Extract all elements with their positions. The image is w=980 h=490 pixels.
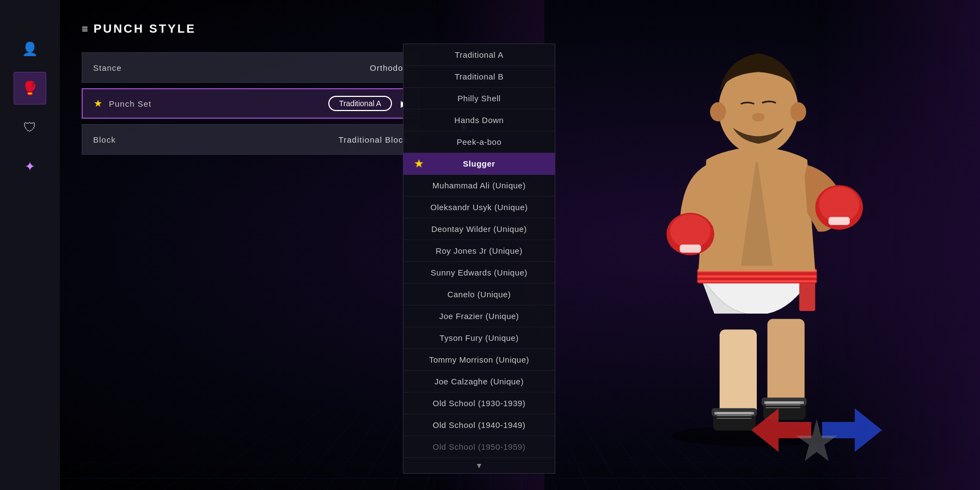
page-title: PUNCH STYLE	[94, 22, 196, 36]
dropdown-item-label: Joe Calzaghe (Unique)	[434, 377, 524, 386]
block-icon: 🛡	[23, 120, 36, 135]
sidebar: 👤 🥊 🛡 ✦	[0, 0, 60, 490]
main-content: ≡ PUNCH STYLE Stance Orthodox ★ Punch Se…	[60, 0, 441, 490]
svg-rect-10	[680, 244, 701, 253]
svg-rect-6	[697, 275, 817, 278]
dropdown-item-traditional-a[interactable]: Traditional A	[403, 44, 555, 66]
svg-rect-13	[829, 217, 850, 225]
title-icon: ≡	[82, 23, 88, 35]
dropdown-scroll-indicator[interactable]: ▼	[403, 458, 555, 473]
page-title-row: ≡ PUNCH STYLE	[82, 22, 419, 36]
dropdown-item-label: Philly Shell	[457, 94, 500, 103]
dropdown-item-label: Traditional B	[455, 72, 504, 81]
floor-decoration	[735, 397, 898, 463]
dropdown-item-label: Hands Down	[455, 115, 504, 125]
punch-set-label: Punch Set	[109, 99, 328, 108]
punch-style-icon: 🥊	[22, 81, 38, 96]
dropdown-item-old-school-1940[interactable]: Old School (1940-1949)	[403, 414, 555, 436]
block-value: Traditional Block	[339, 135, 408, 144]
punch-set-row[interactable]: ★ Punch Set Traditional A ▶	[82, 88, 419, 119]
dropdown-item-philly-shell[interactable]: Philly Shell	[403, 88, 555, 109]
dropdown-item-label: Oleksandr Usyk (Unique)	[430, 203, 528, 212]
dropdown-item-label: Muhammad Ali (Unique)	[432, 181, 525, 190]
dropdown-item-label: Old School (1940-1949)	[433, 420, 525, 430]
svg-point-17	[710, 102, 726, 121]
stance-label: Stance	[93, 63, 370, 72]
star-icon: ★	[414, 158, 424, 170]
sidebar-item-fighter[interactable]: 👤	[14, 33, 46, 65]
dropdown-item-tommy-morrison[interactable]: Tommy Morrison (Unique)	[403, 349, 555, 371]
stance-value: Orthodox	[370, 63, 408, 72]
punch-set-value-pill: Traditional A	[328, 96, 392, 111]
dropdown-item-deontay-wilder[interactable]: Deontay Wilder (Unique)	[403, 218, 555, 240]
dropdown-item-old-school-1950[interactable]: Old School (1950-1959)	[403, 436, 555, 458]
dropdown-item-label: Traditional A	[455, 50, 503, 59]
dropdown-item-oleksandr-usyk[interactable]: Oleksandr Usyk (Unique)	[403, 197, 555, 218]
dropdown-item-muhammad-ali[interactable]: Muhammad Ali (Unique)	[403, 175, 555, 197]
dropdown-item-joe-frazier[interactable]: Joe Frazier (Unique)	[403, 305, 555, 327]
dropdown-item-label: Tyson Fury (Unique)	[439, 333, 518, 342]
dropdown-item-joe-calzaghe[interactable]: Joe Calzaghe (Unique)	[403, 371, 555, 393]
dropdown-item-label: Canelo (Unique)	[448, 290, 511, 299]
dropdown-item-traditional-b[interactable]: Traditional B	[403, 66, 555, 88]
dropdown-item-label: Old School (1930-1939)	[433, 399, 525, 408]
dropdown-item-peek-a-boo[interactable]: Peek-a-boo	[403, 131, 555, 153]
block-row[interactable]: Block Traditional Block	[82, 124, 419, 155]
dropdown-item-tyson-fury[interactable]: Tyson Fury (Unique)	[403, 327, 555, 349]
sidebar-item-block[interactable]: 🛡	[14, 111, 46, 144]
dropdown-item-roy-jones-jr[interactable]: Roy Jones Jr (Unique)	[403, 240, 555, 262]
punch-set-star-icon: ★	[94, 97, 102, 109]
svg-marker-32	[822, 408, 882, 452]
dropdown-item-label: Deontay Wilder (Unique)	[431, 224, 527, 234]
svg-point-16	[752, 113, 764, 121]
svg-point-18	[790, 102, 806, 121]
dropdown-item-label: Peek-a-boo	[457, 137, 502, 146]
dropdown-item-old-school-1930[interactable]: Old School (1930-1939)	[403, 393, 555, 414]
boxer-character	[599, 11, 915, 446]
svg-rect-7	[697, 280, 817, 283]
dropdown-item-label: Slugger	[463, 159, 495, 168]
svg-marker-31	[751, 408, 811, 452]
dropdown-item-label: Sunny Edwards (Unique)	[431, 268, 528, 277]
dropdown-item-label: Old School (1950-1959)	[433, 442, 525, 451]
dropdown-item-canelo[interactable]: Canelo (Unique)	[403, 284, 555, 305]
boxer-area	[490, 0, 980, 490]
stance-row[interactable]: Stance Orthodox	[82, 52, 419, 83]
sidebar-item-punch-style[interactable]: 🥊	[14, 72, 46, 105]
fighter-icon: 👤	[22, 41, 38, 57]
svg-point-9	[670, 215, 710, 248]
dropdown-item-label: Tommy Morrison (Unique)	[429, 355, 529, 364]
special-icon: ✦	[24, 159, 35, 174]
svg-rect-2	[768, 319, 805, 404]
punch-set-dropdown: Traditional ATraditional BPhilly ShellHa…	[403, 44, 555, 474]
dropdown-item-sunny-edwards[interactable]: Sunny Edwards (Unique)	[403, 262, 555, 284]
dropdown-item-hands-down[interactable]: Hands Down	[403, 109, 555, 131]
dropdown-item-label: Joe Frazier (Unique)	[439, 311, 519, 321]
dropdown-item-label: Roy Jones Jr (Unique)	[436, 246, 523, 255]
block-label: Block	[93, 135, 339, 144]
sidebar-item-special[interactable]: ✦	[14, 150, 46, 183]
dropdown-item-slugger[interactable]: ★Slugger	[403, 153, 555, 175]
